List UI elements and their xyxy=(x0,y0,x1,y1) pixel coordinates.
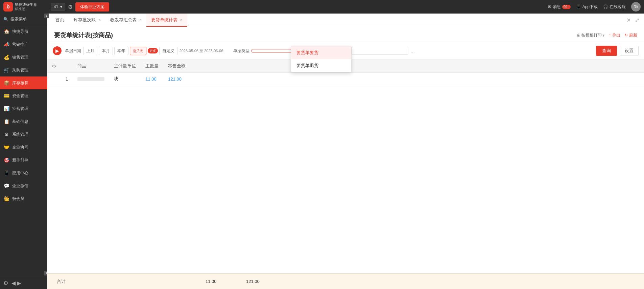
date-filter-label: 单据日期 xyxy=(65,48,81,54)
export-icon: ↑ xyxy=(609,33,611,38)
refresh-icon: ↻ xyxy=(624,33,628,38)
cur-month-btn[interactable]: 本月 xyxy=(99,47,113,55)
online-service-btn[interactable]: 🎧 在线客服 xyxy=(603,4,626,10)
maximize-btn[interactable]: ⤢ xyxy=(634,16,641,25)
avatar: Rit xyxy=(631,2,641,12)
settings-icon[interactable]: ⚙ xyxy=(68,4,73,10)
app-download-label: App下载 xyxy=(582,4,598,10)
quick-nav-icon: 🏠 xyxy=(3,28,9,35)
settings-btn[interactable]: 设置 xyxy=(620,46,639,56)
sidebar-item-purchase[interactable]: 🛒 采购管理 xyxy=(0,64,47,76)
tab-inventory-batch-close[interactable]: × xyxy=(98,18,101,22)
cur-year-btn[interactable]: 本年 xyxy=(114,47,128,55)
app-icon: 📱 xyxy=(576,4,581,9)
tab-inventory-batch[interactable]: 库存批次账 × xyxy=(69,14,105,27)
export-btn-label: 导出 xyxy=(612,32,620,38)
main-layout: 🔍 搜索菜单 🏠 快捷导航 📣 营销推广 💰 销售管理 🛒 采购管理 📦 库存核… xyxy=(0,14,644,289)
sidebar-item-label: 采购管理 xyxy=(12,67,28,73)
tab-home-label: 首页 xyxy=(55,17,64,23)
sidebar-item-app-center[interactable]: 📱 应用中心 xyxy=(0,166,47,179)
th-settings[interactable]: ⚙ xyxy=(47,60,61,73)
warehouse-more-icon[interactable]: … xyxy=(410,48,415,53)
sidebar-item-label: 企业协同 xyxy=(12,144,28,150)
tab-receivable-summary-close[interactable]: × xyxy=(139,18,142,22)
filter-expand-btn[interactable]: ▶ xyxy=(53,46,62,55)
refresh-btn[interactable]: ↻ 刷新 xyxy=(624,32,637,38)
export-btn[interactable]: ↑ 导出 xyxy=(609,32,620,38)
print-btn-label: 按模板打印 xyxy=(581,32,602,38)
sidebar-item-guide[interactable]: 🎯 新手引导 xyxy=(0,154,47,166)
tab-order-stats[interactable]: 要货单统计表 × xyxy=(146,14,187,27)
sidebar-item-label: 系统管理 xyxy=(12,132,28,137)
td-amount[interactable]: 121.00 xyxy=(163,73,190,85)
date-quick-btns: 上月 本月 本年 近7天 更多 自定义 xyxy=(83,47,177,55)
sidebar-item-marketing[interactable]: 📣 营销推广 xyxy=(0,38,47,51)
sidebar-item-inventory[interactable]: 📦 库存核算 xyxy=(0,76,47,89)
warehouse-input[interactable] xyxy=(352,47,408,55)
query-btn[interactable]: 查询 xyxy=(596,46,617,56)
table-wrapper: ⚙ 商品 主计量单位 主数量 零售金额 1 xyxy=(47,60,644,273)
wechat-icon: 💬 xyxy=(3,183,9,189)
messages-btn[interactable]: ✉ 消息 99+ xyxy=(548,4,571,10)
purchase-icon: 🛒 xyxy=(3,67,9,73)
sidebar-item-finance[interactable]: 💳 资金管理 xyxy=(0,89,47,102)
last7days-btn[interactable]: 近7天 xyxy=(130,47,146,55)
user-avatar[interactable]: Rit xyxy=(631,2,641,12)
app-download-btn[interactable]: 📱 App下载 xyxy=(576,4,598,10)
messages-label: 消息 xyxy=(553,4,561,10)
print-icon: 🖨 xyxy=(576,33,580,38)
table-footer: 合计 11.00 121.00 xyxy=(47,273,644,289)
topbar: b 畅捷通好生意 标准版 41 ▾ ⚙ 体验行业方案 ✉ 消息 99+ 📱 Ap… xyxy=(0,0,644,14)
table-body: 1 块 11.00 121.00 xyxy=(47,73,644,85)
sidebar-item-wechat[interactable]: 💬 企业微信 xyxy=(0,179,47,192)
sidebar-item-sales[interactable]: 💰 销售管理 xyxy=(0,51,47,64)
topbar-center: 41 ▾ ⚙ 体验行业方案 xyxy=(51,2,548,12)
tab-order-stats-close[interactable]: × xyxy=(180,18,183,22)
message-icon: ✉ xyxy=(548,4,551,9)
sidebar-item-quick-nav[interactable]: 🏠 快捷导航 xyxy=(0,25,47,38)
print-dropdown-arrow[interactable]: ▾ xyxy=(602,33,605,38)
logo-icon: b xyxy=(3,2,13,12)
tab-order-stats-label: 要货单统计表 xyxy=(151,17,177,23)
sidebar-item-collab[interactable]: 🤝 企业协同 xyxy=(0,141,47,154)
messages-badge: 99+ xyxy=(562,5,571,9)
topbar-right: ✉ 消息 99+ 📱 App下载 🎧 在线客服 Rit xyxy=(548,2,641,12)
td-quantity[interactable]: 11.00 xyxy=(141,73,163,85)
dropdown-item-label: 要货单要货 xyxy=(296,50,318,55)
content-area: 首页 库存批次账 × 收发存汇总表 × 要货单统计表 × ✕ ⤢ 要 xyxy=(47,14,644,289)
scroll-up[interactable]: ▲ xyxy=(44,14,49,18)
sidebar-item-business[interactable]: 📊 经营管理 xyxy=(0,102,47,115)
sidebar-search[interactable]: 🔍 搜索菜单 xyxy=(0,14,47,25)
tab-receivable-summary-label: 收发存汇总表 xyxy=(110,17,137,23)
settings-bottom-icon[interactable]: ⚙ xyxy=(3,280,8,286)
dropdown-item-order-return[interactable]: 要货单退货 xyxy=(291,59,351,72)
tab-home[interactable]: 首页 xyxy=(51,14,69,27)
custom-date-btn[interactable]: 自定义 xyxy=(159,47,177,55)
app-center-icon: 📱 xyxy=(3,170,9,176)
collapse-icon[interactable]: ◀ ▶ xyxy=(11,280,21,286)
print-btn[interactable]: 🖨 按模板打印 xyxy=(576,32,602,38)
close-all-btn[interactable]: ✕ xyxy=(625,16,632,25)
tab-receivable-summary[interactable]: 收发存汇总表 × xyxy=(105,14,146,27)
sidebar-item-base-info[interactable]: 📋 基础信息 xyxy=(0,115,47,128)
prev-month-btn[interactable]: 上月 xyxy=(83,47,97,55)
tabbar: 首页 库存批次账 × 收发存汇总表 × 要货单统计表 × ✕ ⤢ xyxy=(47,14,644,27)
headset-icon: 🎧 xyxy=(603,4,608,9)
app-sub: 标准版 xyxy=(15,7,37,12)
trial-btn[interactable]: 体验行业方案 xyxy=(75,2,109,12)
more-date-badge[interactable]: 更多 xyxy=(148,48,158,53)
sidebar-item-system[interactable]: ⚙ 系统管理 xyxy=(0,128,47,141)
filter-date-group: 单据日期 上月 本月 本年 近7天 更多 自定义 2023-05-06 至 20… xyxy=(65,47,223,55)
page-header: 要货单统计表(按商品) 🖨 按模板打印 ▾ ↑ 导出 ↻ xyxy=(47,27,644,42)
company-selector[interactable]: 41 ▾ xyxy=(51,3,65,10)
date-range-display: 2023-05-06 至 2023-06-06 xyxy=(180,48,223,53)
refresh-btn-label: 刷新 xyxy=(629,32,637,38)
finance-icon: 💳 xyxy=(3,93,9,99)
page-header-actions: 🖨 按模板打印 ▾ ↑ 导出 ↻ 刷新 xyxy=(576,32,637,38)
sidebar-item-label: 基础信息 xyxy=(12,119,28,125)
dropdown-item-order-goods[interactable]: 要货单要货 xyxy=(291,46,351,59)
sidebar-item-label: 营销推广 xyxy=(12,42,28,47)
marketing-icon: 📣 xyxy=(3,41,9,47)
sidebar-item-member[interactable]: 👑 畅会员 xyxy=(0,192,47,205)
sidebar-item-label: 资金管理 xyxy=(12,93,28,99)
